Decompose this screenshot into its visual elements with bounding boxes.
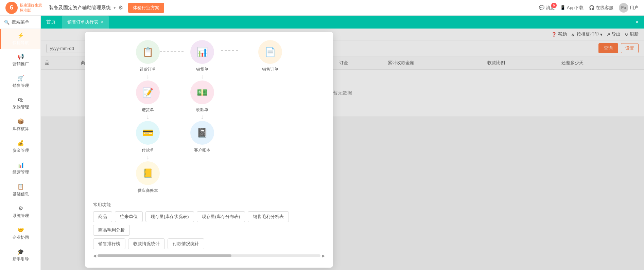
dropdown-arrow-icon[interactable]: ▾ [114,5,116,10]
node-sales-order[interactable]: 📄 销售订单 [258,40,282,72]
customer-ledger-circle: 📓 [190,121,214,145]
function-buttons-row2: 销售排行榜 收款情况统计 付款情况统计 [93,238,325,249]
money-icon: 💰 [17,140,24,146]
logo-icon: 6 [5,2,18,14]
cart-icon: 🛒 [17,75,24,82]
trial-button[interactable]: 体验行业方案 [128,3,164,13]
sidebar: 🔍 搜索菜单 ⚡ 快捷导航 📢 营销推广 🛒 销售管理 🛍 采购管理 📦 [0,16,41,270]
lightning-icon: ⚡ [17,32,24,39]
handshake-icon: 🤝 [17,227,24,233]
node-purchase-bill[interactable]: 📝 进货单 [136,80,160,113]
arrow-down-2: ↓ [146,113,150,121]
arrow-down-3: ↓ [146,153,150,161]
purchase-order-circle: 📋 [136,40,160,64]
arrow-down-4: ↓ [201,72,204,80]
supplier-ledger-label: 供应商账本 [138,188,158,194]
bag-icon: 🛍 [18,97,23,103]
chart-icon: 📊 [17,162,24,168]
customer-ledger-label: 客户账本 [194,147,210,153]
box-icon: 📦 [17,118,24,125]
sidebar-item-purchase[interactable]: 🛍 采购管理 [0,93,40,114]
func-btn-sales-gross[interactable]: 销售毛利分析表 [248,211,289,222]
megaphone-icon: 📢 [17,53,24,60]
user-menu[interactable]: Ea 用户 [619,3,639,13]
logo-text: 畅康通好生意 标准版 [20,3,42,13]
top-right-area: 💬 消息 6 📱 App下载 🎧 在线客服 Ea 用户 [539,3,639,13]
sidebar-item-inventory[interactable]: 📦 库存核算 [0,114,40,136]
sidebar-item-operations[interactable]: 📊 经营管理 [0,158,40,179]
app-download-button[interactable]: 📱 App下载 [560,5,584,11]
purchase-bill-label: 进货单 [142,107,154,113]
sidebar-item-base-info[interactable]: 📋 基础信息 [0,179,40,201]
sidebar-item-quick-nav[interactable]: ⚡ 快捷导航 [0,29,40,49]
payment-label: 付款单 [142,147,154,153]
sales-order-label: 销售订单 [262,67,278,72]
sidebar-item-marketing[interactable]: 📢 营销推广 [0,49,40,71]
arrow-down-5: ↓ [201,113,204,121]
phone-icon: 📱 [560,5,565,10]
graduate-icon: 🎓 [17,249,24,255]
list-icon: 📋 [17,183,24,190]
scroll-bar-area: ◀ ▶ [93,252,325,259]
node-purchase-order[interactable]: 📋 进货订单 [136,40,160,72]
sales-bill-label: 销货单 [196,67,208,72]
online-service-button[interactable]: 🎧 在线客服 [589,5,613,11]
func-btn-stock-status[interactable]: 现存量(库存状况表) [145,211,194,222]
func-btn-sales-rank[interactable]: 销售排行榜 [93,238,125,249]
modal-box: 📋 进货订单 ↓ 📝 进货单 ↓ 💳 [85,32,333,268]
func-btn-goods[interactable]: 商品 [93,211,112,222]
tab-bar: 首页 销售订单执行表 × × [41,16,644,29]
receipt-circle: 💵 [190,80,214,104]
gear-icon: ⚙ [18,205,23,212]
sales-order-circle: 📄 [258,40,282,64]
scroll-thumb [98,254,231,257]
scroll-right-icon[interactable]: ▶ [322,253,325,258]
sales-bill-circle: 📊 [190,40,214,64]
sidebar-item-system[interactable]: ⚙ 系统管理 [0,201,40,223]
node-customer-ledger[interactable]: 📓 客户账本 [190,121,214,153]
common-functions-area: 常用功能 商品 往来单位 现存量(库存状况表) 现存量(库存分布表) 销售毛利分… [93,202,325,249]
sidebar-item-newbie[interactable]: 🎓 新手引导 [0,245,40,266]
flow-diagram: 📋 进货订单 ↓ 📝 进货单 ↓ 💳 [93,40,325,194]
search-icon: 🔍 [4,20,10,25]
func-btn-stock-dist[interactable]: 现存量(库存分布表) [197,211,245,222]
message-badge: 6 [551,3,557,8]
close-all-tabs-icon[interactable]: × [636,19,639,25]
message-button[interactable]: 💬 消息 6 [539,5,555,11]
common-functions-title: 常用功能 [93,202,325,208]
headset-icon: 🎧 [589,5,594,10]
func-btn-payment-stats[interactable]: 付款情况统计 [168,238,204,249]
receipt-label: 收款单 [196,107,208,113]
sidebar-item-collab[interactable]: 🤝 企业协同 [0,223,40,245]
node-payment[interactable]: 💳 付款单 [136,121,160,153]
page-content: ❓ 帮助 🖨 按模板打印 ▾ ↗ 导出 ↻ [41,29,644,270]
scroll-track[interactable] [98,254,320,257]
system-title: 装备及固定资产辅助管理系统 ▾ [49,5,116,11]
tab-home[interactable]: 首页 [41,16,61,29]
tab-sales-execution[interactable]: 销售订单执行表 × [62,16,109,29]
scroll-left-icon[interactable]: ◀ [93,253,96,258]
arrow-down-1: ↓ [146,72,150,80]
func-btn-units[interactable]: 往来单位 [115,211,143,222]
func-btn-goods-gross[interactable]: 商品毛利分析 [93,225,130,236]
sidebar-item-finance[interactable]: 💰 资金管理 [0,136,40,158]
purchase-order-label: 进货订单 [140,67,156,72]
purchase-bill-circle: 📝 [136,80,160,104]
node-supplier-ledger[interactable]: 📒 供应商账本 [136,161,160,194]
settings-icon[interactable]: ⚙ [116,3,125,13]
logo-area: 6 畅康通好生意 标准版 [5,2,46,14]
search-menu-button[interactable]: 🔍 搜索菜单 [0,16,40,29]
tab-close-icon[interactable]: × [101,20,103,24]
avatar: Ea [619,3,628,13]
system-name: 装备及固定资产辅助管理系统 [49,5,111,11]
sidebar-item-sales[interactable]: 🛒 销售管理 [0,71,40,93]
payment-circle: 💳 [136,121,160,145]
node-receipt[interactable]: 💵 收款单 [190,80,214,113]
dashed-arrow-2 [221,50,238,51]
modal-overlay: 📋 进货订单 ↓ 📝 进货单 ↓ 💳 [41,29,644,270]
message-icon: 💬 [539,5,544,10]
node-sales-bill[interactable]: 📊 销货单 [190,40,214,72]
dashed-arrow-1 [160,51,184,52]
supplier-ledger-circle: 📒 [136,161,160,185]
func-btn-receipt-stats[interactable]: 收款情况统计 [128,238,165,249]
